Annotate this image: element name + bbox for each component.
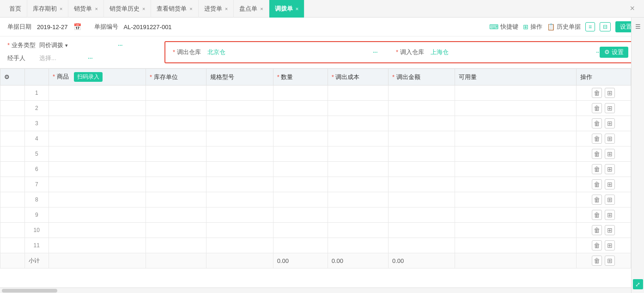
row-qty-cell[interactable] [273,177,328,192]
warehouse-out-value[interactable]: 北京仓 [207,48,225,56]
row-qty-cell[interactable] [273,146,328,162]
horizontal-scrollbar[interactable] [0,287,631,293]
operation-button[interactable]: ⊞ 操作 [523,23,542,31]
subtotal-delete-button[interactable]: 🗑 [592,256,602,266]
delete-row-button[interactable]: 🗑 [592,164,602,174]
row-spec-cell[interactable] [207,101,273,116]
row-cost-cell[interactable] [328,192,388,208]
tab-sales-history[interactable]: 销货单历史 × [104,0,151,18]
row-amount-cell[interactable] [389,131,455,146]
row-goods-cell[interactable] [49,101,146,116]
warehouse-out-more[interactable]: ··· [373,48,377,56]
delete-row-button[interactable]: 🗑 [592,88,602,98]
tab-close-sales-order[interactable]: × [95,6,97,12]
tab-view-sales[interactable]: 查看销货单 × [151,0,198,18]
row-unit-cell[interactable] [146,162,207,177]
scrollbar-thumb[interactable] [2,289,57,293]
tab-close-view-sales[interactable]: × [189,6,192,12]
copy-row-button[interactable]: ⊞ [605,225,615,235]
row-spec-cell[interactable] [207,192,273,208]
delete-row-button[interactable]: 🗑 [592,240,602,250]
row-unit-cell[interactable] [146,146,207,162]
row-unit-cell[interactable] [146,131,207,146]
row-spec-cell[interactable] [207,177,273,192]
row-goods-cell[interactable] [49,177,146,192]
tab-inventory-init[interactable]: 库存期初 × [27,0,68,18]
row-spec-cell[interactable] [207,116,273,131]
row-cost-cell[interactable] [328,146,388,162]
business-type-select[interactable]: 同价调拨 ▾ [39,41,68,49]
row-goods-cell[interactable] [49,85,146,101]
row-unit-cell[interactable] [146,177,207,192]
row-spec-cell[interactable] [207,146,273,162]
sidebar-expand-button[interactable]: ⤢ [633,279,643,289]
copy-row-button[interactable]: ⊞ [605,118,615,128]
row-amount-cell[interactable] [389,101,455,116]
warehouse-in-value[interactable]: 上海仓 [431,48,449,56]
row-goods-cell[interactable] [49,192,146,208]
copy-row-button[interactable]: ⊞ [605,195,615,205]
tab-inventory-check[interactable]: 盘点单 × [234,0,269,18]
copy-row-button[interactable]: ⊞ [605,149,615,159]
row-available-cell[interactable] [455,85,577,101]
row-available-cell[interactable] [455,177,577,192]
row-spec-cell[interactable] [207,85,273,101]
tab-purchase-order[interactable]: 进货单 × [199,0,234,18]
row-qty-cell[interactable] [273,101,328,116]
row-goods-cell[interactable] [49,146,146,162]
row-qty-cell[interactable] [273,131,328,146]
handler-more[interactable]: ··· [88,54,92,62]
row-cost-cell[interactable] [328,116,388,131]
row-qty-cell[interactable] [273,223,328,238]
tab-close-transfer[interactable]: × [296,6,298,12]
row-qty-cell[interactable] [273,208,328,223]
row-spec-cell[interactable] [207,208,273,223]
row-available-cell[interactable] [455,116,577,131]
row-cost-cell[interactable] [328,131,388,146]
business-type-more[interactable]: ··· [118,41,122,49]
row-available-cell[interactable] [455,238,577,253]
tab-close-purchase-order[interactable]: × [225,6,228,12]
row-amount-cell[interactable] [389,223,455,238]
row-available-cell[interactable] [455,192,577,208]
row-qty-cell[interactable] [273,238,328,253]
row-unit-cell[interactable] [146,238,207,253]
tab-sales-order[interactable]: 销货单 × [68,0,103,18]
row-spec-cell[interactable] [207,223,273,238]
delete-row-button[interactable]: 🗑 [592,149,602,159]
copy-row-button[interactable]: ⊞ [605,103,615,113]
copy-row-button[interactable]: ⊞ [605,210,615,220]
delete-row-button[interactable]: 🗑 [592,134,602,144]
row-goods-cell[interactable] [49,208,146,223]
tab-close-inventory-check[interactable]: × [260,6,263,12]
subtotal-copy-button[interactable]: ⊞ [605,256,615,266]
col-gear[interactable]: ⚙ [0,69,25,85]
row-unit-cell[interactable] [146,116,207,131]
row-goods-cell[interactable] [49,238,146,253]
row-unit-cell[interactable] [146,85,207,101]
row-amount-cell[interactable] [389,177,455,192]
row-qty-cell[interactable] [273,162,328,177]
copy-row-button[interactable]: ⊞ [605,134,615,144]
row-unit-cell[interactable] [146,101,207,116]
row-available-cell[interactable] [455,162,577,177]
delete-row-button[interactable]: 🗑 [592,225,602,235]
row-spec-cell[interactable] [207,238,273,253]
window-close-button[interactable]: × [624,4,640,13]
copy-row-button[interactable]: ⊞ [605,240,615,250]
copy-row-button[interactable]: ⊞ [605,164,615,174]
row-available-cell[interactable] [455,208,577,223]
copy-row-button[interactable]: ⊞ [605,179,615,189]
row-qty-cell[interactable] [273,116,328,131]
delete-row-button[interactable]: 🗑 [592,103,602,113]
row-available-cell[interactable] [455,131,577,146]
row-available-cell[interactable] [455,146,577,162]
calendar-icon[interactable]: 📅 [73,23,81,31]
row-amount-cell[interactable] [389,162,455,177]
row-unit-cell[interactable] [146,223,207,238]
tab-close-sales-history[interactable]: × [142,6,145,12]
row-cost-cell[interactable] [328,85,388,101]
shortcut-button[interactable]: ⌨ 快捷键 [489,23,518,31]
grid-view-button[interactable]: ⊟ [600,22,611,31]
row-unit-cell[interactable] [146,208,207,223]
